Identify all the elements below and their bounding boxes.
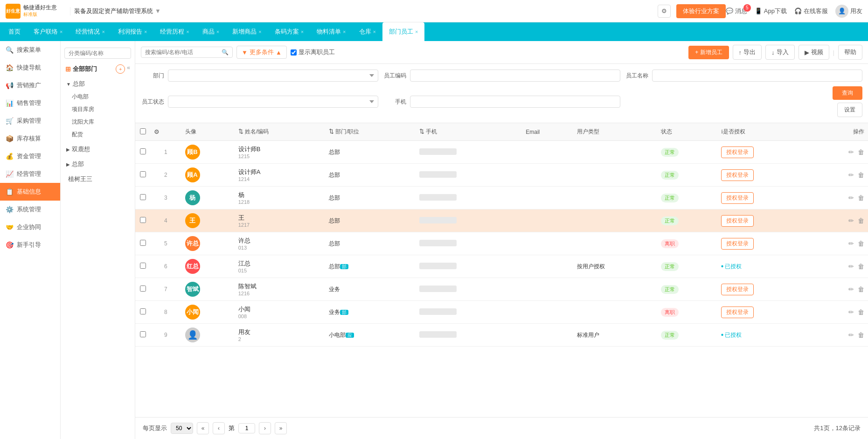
row-checkbox[interactable] [140,148,146,154]
sidebar-item-新手引导[interactable]: 🎯 新手引导 [0,236,60,254]
dept-item-peihuo[interactable]: 配货 [61,128,135,141]
sidebar-item-基础信息[interactable]: 📋 基础信息 [0,183,60,201]
delete-icon[interactable]: 🗑 [858,217,864,224]
row-checkbox[interactable] [140,331,146,337]
row-checkbox[interactable] [140,217,146,223]
nav-tab-新增商品[interactable]: 新增商品× [226,22,268,41]
row-checkbox[interactable] [140,263,146,269]
tab-close-icon[interactable]: × [216,29,219,35]
sidebar-item-企业协同[interactable]: 🤝 企业协同 [0,218,60,236]
page-size-select[interactable]: 50 [171,423,193,434]
dept-item-xiaodibu[interactable]: 小电部 [61,91,135,103]
sidebar-item-系统管理[interactable]: ⚙️ 系统管理 [0,201,60,218]
nav-tab-经营情况[interactable]: 经营情况× [69,22,111,41]
show-resigned-check[interactable]: 显示离职员工 [291,48,335,56]
th-settings[interactable]: ⚙ [150,123,181,141]
status-filter-select[interactable] [168,96,378,108]
row-checkbox[interactable] [140,286,146,292]
edit-icon[interactable]: ✏ [848,286,854,293]
first-page-btn[interactable]: « [197,422,209,434]
sidebar-item-销售管理[interactable]: 📊 销售管理 [0,94,60,112]
reset-btn[interactable]: 设置 [837,103,862,117]
prev-page-btn[interactable]: ‹ [213,422,225,434]
edit-icon[interactable]: ✏ [848,240,854,247]
tab-close-icon[interactable]: × [102,29,104,35]
dept-group-header-zongbu2[interactable]: ▶ 总部 [61,158,135,171]
nav-tab-利润报告[interactable]: 利润报告× [111,22,153,41]
sidebar-item-采购管理[interactable]: 🛒 采购管理 [0,112,60,130]
dropdown-arrow-icon[interactable]: ▼ [155,7,161,14]
nav-tab-经营历程[interactable]: 经营历程× [153,22,195,41]
auth-btn[interactable]: 授权登录 [721,215,754,227]
empname-filter-input[interactable] [652,70,862,82]
row-checkbox[interactable] [140,308,146,314]
search-btn[interactable]: 查询 [833,86,862,100]
delete-icon[interactable]: 🗑 [858,240,864,247]
import-btn[interactable]: ↓ 导入 [765,45,795,60]
tab-close-icon[interactable]: × [186,29,189,35]
sidebar-item-经营管理[interactable]: 📈 经营管理 [0,165,60,183]
sidebar-item-库存核算[interactable]: 📦 库存核算 [0,130,60,147]
dept-group-header-zhishu[interactable]: 植树王三 [61,173,135,186]
tab-close-icon[interactable]: × [258,29,261,35]
select-all-checkbox[interactable] [140,128,146,134]
auth-btn[interactable]: 授权登录 [721,192,754,204]
edit-icon[interactable]: ✏ [848,308,854,316]
sidebar-item-快捷导航[interactable]: 🏠 快捷导航 [0,59,60,77]
empcode-filter-input[interactable] [410,70,620,82]
nav-tab-首页[interactable]: 首页 [2,22,27,41]
delete-icon[interactable]: 🗑 [858,263,864,270]
dept-search-input[interactable] [69,50,139,56]
row-checkbox[interactable] [140,240,146,246]
help-btn[interactable]: 帮助 [838,45,862,60]
edit-icon[interactable]: ✏ [848,194,854,202]
export-btn[interactable]: ↑ 导出 [733,45,762,60]
dept-item-shenyang[interactable]: 沈阳大库 [61,116,135,128]
nav-tab-条码方案[interactable]: 条码方案× [268,22,310,41]
sidebar-item-搜索菜单[interactable]: 🔍 搜索菜单 [0,41,60,59]
tab-close-icon[interactable]: × [373,29,376,35]
auth-btn[interactable]: 授权登录 [721,238,754,250]
th-dept[interactable]: ⇅ 部门/职位 [325,123,416,141]
row-checkbox[interactable] [140,171,146,177]
sidebar-item-资金管理[interactable]: 💰 资金管理 [0,147,60,165]
sidebar-item-营销推广[interactable]: 📢 营销推广 [0,77,60,94]
message-btn[interactable]: 💬 消息 5 [726,7,747,15]
dept-search-box[interactable]: 🔍 [64,48,131,59]
search-box[interactable]: 🔍 [141,47,233,58]
phone-filter-input[interactable] [410,96,620,108]
trial-button[interactable]: 体验行业方案 [676,4,726,18]
edit-icon[interactable]: ✏ [848,171,854,179]
th-name[interactable]: ⇅ 姓名/编码 [235,123,325,141]
th-checkbox[interactable] [135,123,150,141]
tab-close-icon[interactable]: × [415,29,418,35]
delete-icon[interactable]: 🗑 [858,308,864,316]
service-btn[interactable]: 🎧 在线客服 [794,7,828,15]
auth-btn[interactable]: 授权登录 [721,169,754,181]
dept-filter-select[interactable] [168,70,378,82]
add-dept-btn[interactable]: + [116,64,125,74]
auth-btn[interactable]: 授权登录 [721,284,754,295]
tab-close-icon[interactable]: × [301,29,304,35]
edit-icon[interactable]: ✏ [848,148,854,156]
all-dept-header[interactable]: ⊞ 全部部门 + « [61,62,135,77]
add-employee-btn[interactable]: + 新增员工 [688,46,729,59]
tab-close-icon[interactable]: × [343,29,346,35]
tab-close-icon[interactable]: × [144,29,147,35]
edit-icon[interactable]: ✏ [848,263,854,270]
next-page-btn[interactable]: › [259,422,271,434]
dept-group-header-shuanglu[interactable]: ▶ 双鹿想 [61,143,135,156]
delete-icon[interactable]: 🗑 [858,148,864,156]
delete-icon[interactable]: 🗑 [858,171,864,179]
app-download-btn[interactable]: 📱 App下载 [755,7,787,15]
page-input[interactable] [238,423,255,433]
nav-tab-客户联络[interactable]: 客户联络× [27,22,69,41]
row-checkbox[interactable] [140,194,146,200]
dept-item-xmku[interactable]: 项目库房 [61,103,135,116]
collapse-btn[interactable]: « [127,64,130,74]
search-input[interactable] [145,49,220,56]
last-page-btn[interactable]: » [275,422,287,434]
user-area[interactable]: 👤 用友 [835,5,862,18]
th-phone[interactable]: ⇅ 手机 [416,123,522,141]
tab-close-icon[interactable]: × [60,29,62,35]
